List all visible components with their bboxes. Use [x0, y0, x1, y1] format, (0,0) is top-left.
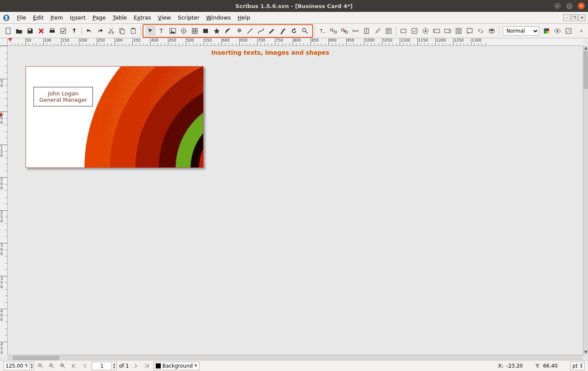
svg-rect-36 — [546, 28, 549, 31]
freehand-button[interactable] — [267, 26, 277, 36]
svg-text:T: T — [159, 28, 163, 34]
unlink-frames-button[interactable] — [339, 26, 350, 36]
pdf-3d-button[interactable] — [487, 26, 497, 36]
select-tool-button[interactable] — [146, 26, 156, 36]
svg-point-16 — [183, 30, 185, 31]
menu-item[interactable]: Item — [47, 13, 67, 22]
undo-button[interactable] — [84, 26, 94, 36]
story-editor-button[interactable] — [384, 26, 394, 36]
svg-rect-21 — [330, 29, 333, 31]
toolbar: T T Normal » — [0, 24, 588, 38]
pdf-listbox-button[interactable] — [454, 26, 464, 36]
svg-rect-2 — [28, 29, 31, 31]
menu-view[interactable]: View — [154, 13, 174, 22]
window-close-button[interactable]: ✕ — [578, 3, 585, 9]
scribus-app-icon — [3, 14, 10, 22]
polygon-button[interactable] — [212, 26, 222, 36]
print-button[interactable] — [47, 26, 57, 36]
eyedropper-button[interactable] — [372, 26, 383, 36]
pdf-annotation-button[interactable] — [465, 26, 475, 36]
copy-button[interactable] — [117, 26, 127, 36]
open-document-button[interactable] — [14, 26, 24, 36]
svg-point-6 — [109, 32, 110, 33]
line-button[interactable] — [245, 26, 255, 36]
save-document-button[interactable] — [25, 26, 35, 36]
export-pdf-button[interactable] — [69, 26, 79, 36]
pdf-link-button[interactable] — [476, 26, 486, 36]
calligraphic-button[interactable] — [278, 26, 288, 36]
pdf-pushbutton-button[interactable] — [398, 26, 409, 36]
window-maximize-button[interactable]: □ — [566, 3, 573, 9]
svg-point-30 — [425, 30, 426, 32]
close-document-button[interactable] — [36, 26, 46, 36]
svg-rect-3 — [50, 30, 55, 33]
copy-properties-button[interactable] — [361, 26, 372, 36]
svg-rect-28 — [412, 28, 417, 33]
svg-point-14 — [171, 29, 172, 31]
edit-text-button[interactable]: T — [317, 26, 328, 36]
svg-rect-27 — [401, 29, 406, 33]
svg-rect-24 — [345, 31, 347, 33]
edit-in-preview-button[interactable] — [563, 26, 574, 36]
rotate-button[interactable] — [289, 26, 299, 36]
shape-button[interactable] — [201, 26, 211, 36]
svg-rect-11 — [132, 28, 134, 29]
menu-extras[interactable]: Extras — [130, 13, 154, 22]
menu-insert[interactable]: Insert — [67, 13, 89, 22]
pdf-radiobutton-button[interactable] — [420, 26, 431, 36]
arc-button[interactable] — [223, 26, 233, 36]
spiral-button[interactable] — [234, 26, 244, 36]
menu-table[interactable]: Table — [109, 13, 130, 22]
measure-button[interactable] — [350, 26, 361, 36]
text-frame-button[interactable]: T — [157, 26, 167, 36]
pdf-textfield-button[interactable] — [431, 26, 442, 36]
menu-windows[interactable]: Windows — [203, 13, 234, 22]
svg-rect-4 — [50, 28, 54, 30]
svg-rect-37 — [544, 31, 546, 33]
menubar: File Edit Item Insert Page Table Extras … — [0, 12, 588, 24]
bezier-button[interactable] — [256, 26, 266, 36]
svg-point-39 — [557, 30, 558, 32]
svg-rect-38 — [546, 31, 549, 33]
svg-rect-22 — [334, 31, 336, 33]
pdf-checkbox-button[interactable] — [409, 26, 420, 36]
window-minimize-button[interactable]: – — [554, 3, 561, 9]
titlebar: Scribus 1.5.6.svn - [Business Card 4*] –… — [0, 0, 588, 12]
color-management-button[interactable] — [541, 26, 552, 36]
paste-button[interactable] — [128, 26, 138, 36]
menu-help[interactable]: Help — [234, 13, 254, 22]
mdi-minimize-button[interactable]: – — [563, 14, 570, 21]
mdi-restore-button[interactable]: ❐ — [571, 14, 578, 21]
svg-rect-9 — [121, 30, 124, 34]
menu-file[interactable]: File — [14, 13, 30, 22]
mdi-close-button[interactable]: ✕ — [579, 14, 585, 21]
menu-scripter[interactable]: Scripter — [174, 13, 203, 22]
table-button[interactable] — [190, 26, 200, 36]
svg-rect-23 — [342, 29, 344, 31]
new-document-button[interactable] — [3, 26, 13, 36]
image-frame-button[interactable] — [168, 26, 178, 36]
preview-button[interactable] — [552, 26, 563, 36]
render-frame-button[interactable] — [179, 26, 189, 36]
svg-rect-5 — [61, 28, 66, 33]
cut-button[interactable] — [106, 26, 116, 36]
preview-mode-select[interactable]: Normal — [503, 26, 539, 36]
window-title: Scribus 1.5.6.svn - [Business Card 4*] — [235, 3, 353, 9]
preflight-button[interactable] — [58, 26, 68, 36]
svg-point-7 — [112, 32, 114, 33]
svg-point-19 — [302, 28, 306, 32]
svg-rect-18 — [203, 29, 208, 33]
svg-rect-35 — [544, 28, 546, 31]
svg-rect-17 — [192, 28, 197, 33]
toolbar-overflow-button[interactable]: » — [577, 28, 585, 34]
redo-button[interactable] — [95, 26, 105, 36]
menu-edit[interactable]: Edit — [30, 13, 47, 22]
svg-rect-1 — [6, 28, 10, 34]
link-frames-button[interactable] — [328, 26, 339, 36]
zoom-button[interactable] — [300, 26, 310, 36]
pdf-combobox-button[interactable] — [442, 26, 453, 36]
svg-rect-34 — [467, 28, 472, 33]
svg-text:T: T — [319, 28, 323, 34]
menu-page[interactable]: Page — [89, 13, 109, 22]
insert-tools-group: T — [143, 24, 313, 38]
